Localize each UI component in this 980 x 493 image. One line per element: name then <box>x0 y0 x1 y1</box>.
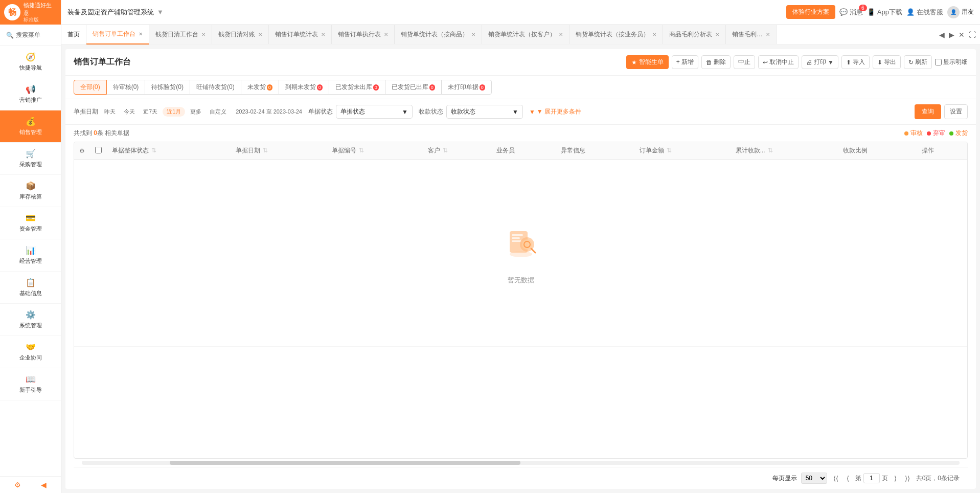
tab-reconcile[interactable]: 钱货日清对账 ✕ <box>212 25 269 44</box>
delete-button[interactable]: 🗑 删除 <box>701 55 731 69</box>
audit-action-link[interactable]: 审核 <box>904 129 923 138</box>
tab-margin-analysis[interactable]: 商品毛利分析表 ✕ <box>663 25 726 44</box>
refresh-button[interactable]: ↻ 刷新 <box>904 55 932 69</box>
page-first-button[interactable]: ⟨⟨ <box>831 474 840 483</box>
th-doc-status[interactable]: 单据整体状态 ⇅ <box>107 142 231 160</box>
sidebar-item-base-info[interactable]: 📋 基础信息 <box>0 272 61 304</box>
filter-tab-not-shipped[interactable]: 未发货0 <box>241 80 279 95</box>
date-custom-btn[interactable]: 自定义 <box>207 106 230 117</box>
show-detail-checkbox[interactable] <box>935 59 942 65</box>
print-icon: 🖨 <box>806 59 812 66</box>
tab-close-order-stats[interactable]: ✕ <box>321 32 325 37</box>
filter-tab-overdue-ship[interactable]: 到期未发货0 <box>279 80 329 95</box>
filter-tab-shipped-out[interactable]: 已发货已出库0 <box>385 80 442 95</box>
export-button[interactable]: ⬇ 导出 <box>873 55 901 69</box>
tab-order-exec[interactable]: 销售订单执行表 ✕ <box>332 25 395 44</box>
date-yesterday-btn[interactable]: 昨天 <box>101 106 119 117</box>
sidebar-item-tutorial[interactable]: 📖 新手引导 <box>0 368 61 400</box>
tab-goods-by-customer[interactable]: 销货单统计表（按客户） ✕ <box>482 25 569 44</box>
sort-icon: ⇅ <box>151 147 156 154</box>
date-1month-btn[interactable]: 近1月 <box>163 107 185 117</box>
scroll-thumb[interactable] <box>170 461 521 465</box>
print-button[interactable]: 🖨 打印 ▼ <box>802 55 838 69</box>
expand-conditions-button[interactable]: ▼ ▼ 展开更多条件 <box>529 107 581 116</box>
tab-close-order-exec[interactable]: ✕ <box>384 32 388 37</box>
sidebar-item-quick-nav[interactable]: 🧭 快捷导航 <box>0 46 61 78</box>
horizontal-scrollbar[interactable] <box>82 461 960 465</box>
th-checkbox <box>90 142 107 160</box>
sidebar-item-sys-admin[interactable]: ⚙️ 系统管理 <box>0 304 61 336</box>
tab-goods-by-product[interactable]: 销货单统计表（按商品） ✕ <box>395 25 482 44</box>
tabs-prev-button[interactable]: ◀ <box>938 30 946 40</box>
th-customer[interactable]: 客户 ⇅ <box>423 142 491 160</box>
table-result-count: 共找到 0条 相关单据 <box>74 129 129 138</box>
tabs-fullscreen-button[interactable]: ⛶ <box>968 30 977 40</box>
sidebar-item-inventory[interactable]: 📦 库存核算 <box>0 175 61 207</box>
date-today-btn[interactable]: 今天 <box>121 106 138 117</box>
sidebar-item-marketing[interactable]: 📢 营销推广 <box>0 78 61 110</box>
tab-home[interactable]: 首页 <box>61 25 86 44</box>
tab-sales-margin[interactable]: 销售毛利… ✕ <box>726 25 777 44</box>
tab-close-goods-by-product[interactable]: ✕ <box>471 32 475 37</box>
sidebar-item-collab[interactable]: 🤝 企业协同 <box>0 336 61 368</box>
tab-close-sales-margin[interactable]: ✕ <box>766 32 770 37</box>
show-detail-checkbox-label[interactable]: 显示明细 <box>935 58 968 66</box>
tab-daily-clear[interactable]: 钱货日清工作台 ✕ <box>149 25 212 44</box>
refresh-icon: ↻ <box>908 59 914 66</box>
cancel-audit-action-link[interactable]: 弃审 <box>927 129 945 138</box>
tab-close-goods-by-staff[interactable]: ✕ <box>652 32 656 37</box>
ship-action-link[interactable]: 发货 <box>949 129 968 138</box>
date-7days-btn[interactable]: 近7天 <box>140 106 161 117</box>
query-button[interactable]: 查询 <box>915 104 941 119</box>
page-number-input[interactable] <box>863 473 880 483</box>
filter-tab-pending-inspect[interactable]: 待拣验货(0) <box>145 80 190 95</box>
sidebar-item-finance[interactable]: 💳 资金管理 <box>0 207 61 239</box>
th-cumulative-payment[interactable]: 累计收款... ⇅ <box>731 142 838 160</box>
import-button[interactable]: ⬆ 导入 <box>841 55 870 69</box>
filter-tab-not-printed[interactable]: 未打印单据0 <box>441 80 492 95</box>
tab-close-daily-clear[interactable]: ✕ <box>201 32 206 37</box>
sort-icon: ⇅ <box>768 147 773 154</box>
sidebar-item-purchase[interactable]: 🛒 采购管理 <box>0 143 61 175</box>
sidebar-item-operations[interactable]: 📊 经营管理 <box>0 239 61 272</box>
search-setting-button[interactable]: 设置 <box>944 104 968 119</box>
page-size-select[interactable]: 50 10 20 100 <box>801 473 827 484</box>
tab-order-stats[interactable]: 销售订单统计表 ✕ <box>269 25 332 44</box>
page-last-button[interactable]: ⟩⟩ <box>903 474 912 483</box>
message-button[interactable]: 💬 消息 6 <box>839 8 863 17</box>
app-download-button[interactable]: 📱 App下载 <box>867 8 902 17</box>
th-doc-date[interactable]: 单据日期 ⇅ <box>231 142 327 160</box>
search-menu-button[interactable]: 🔍 搜索菜单 <box>4 29 57 41</box>
status-select[interactable]: 单据状态 ▼ <box>336 105 413 119</box>
payment-select[interactable]: 收款状态 ▼ <box>446 105 523 119</box>
th-doc-number[interactable]: 单据编号 ⇅ <box>327 142 423 160</box>
tab-close-reconcile[interactable]: ✕ <box>258 32 262 37</box>
user-info[interactable]: 👤 用友 <box>947 6 974 18</box>
tab-close-margin-analysis[interactable]: ✕ <box>715 32 719 37</box>
pagination: 每页显示 50 10 20 100 ⟨⟨ ⟨ 第 页 ⟩ ⟩⟩ 共0页，0条记录 <box>74 467 968 489</box>
select-all-checkbox[interactable] <box>95 147 102 153</box>
tab-close-sales-order[interactable]: ✕ <box>139 31 143 37</box>
date-more-btn[interactable]: 更多 <box>187 106 204 117</box>
page-prev-button[interactable]: ⟨ <box>845 474 851 483</box>
cancel-stop-button[interactable]: ↩ 取消中止 <box>758 55 799 69</box>
sidebar-settings-button[interactable]: ⚙ <box>14 481 21 489</box>
sidebar-item-sales[interactable]: 💰 销售管理 <box>0 110 61 143</box>
th-order-amount[interactable]: 订单金额 ⇅ <box>634 142 731 160</box>
tabs-close-all-button[interactable]: ✕ <box>958 30 966 40</box>
tab-close-goods-by-customer[interactable]: ✕ <box>559 32 563 37</box>
filter-tab-shipped-not-out[interactable]: 已发货未出库0 <box>329 80 385 95</box>
add-button[interactable]: + 新增 <box>672 55 698 69</box>
filter-tab-pending-audit[interactable]: 待审核(0) <box>106 80 146 95</box>
tabs-next-button[interactable]: ▶ <box>948 30 955 40</box>
filter-tab-wangpu-ship[interactable]: 旺铺待发货(0) <box>190 80 241 95</box>
stop-button[interactable]: 中止 <box>734 55 755 69</box>
tab-sales-order-workbench[interactable]: 销售订单工作台 ✕ <box>86 25 149 44</box>
sidebar-collapse-button[interactable]: ◀ <box>41 481 47 489</box>
smart-generate-button[interactable]: ★ 智能生单 <box>626 55 669 69</box>
online-service-button[interactable]: 👤 在线客服 <box>906 8 943 17</box>
tab-goods-by-staff[interactable]: 销货单统计表（按业务员） ✕ <box>569 25 663 44</box>
industry-solution-button[interactable]: 体验行业方案 <box>786 5 835 19</box>
filter-tab-all[interactable]: 全部(0) <box>74 80 107 95</box>
page-next-button[interactable]: ⟩ <box>892 474 899 483</box>
